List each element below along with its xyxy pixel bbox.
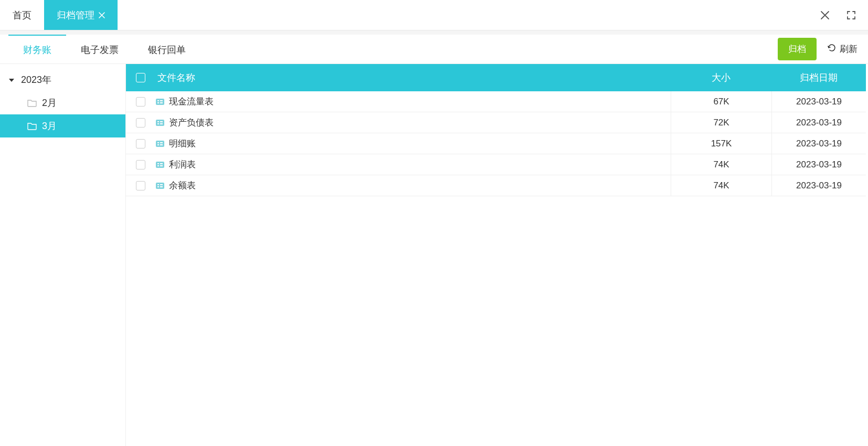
archive-button[interactable]: 归档 [778,38,817,60]
file-date: 2023-03-19 [771,112,866,133]
svg-rect-9 [160,123,163,124]
sub-tab-2[interactable]: 银行回单 [133,35,200,63]
table-row[interactable]: 现金流量表67K2023-03-19 [126,91,866,112]
close-window-icon[interactable] [817,7,833,24]
col-header-name: 文件名称 [155,71,671,84]
file-date: 2023-03-19 [771,133,866,154]
select-all-checkbox[interactable] [136,73,145,82]
svg-rect-0 [156,99,164,105]
row-checkbox[interactable] [136,181,145,190]
folder-icon [27,99,37,107]
svg-rect-23 [160,184,163,185]
file-icon [155,140,165,148]
tree-month-label: 2月 [42,97,57,109]
close-icon[interactable] [99,12,105,18]
tab-archive-management[interactable]: 归档管理 [44,0,118,30]
tree-year-label: 2023年 [21,73,51,86]
svg-rect-14 [160,144,163,145]
sub-header: 财务账电子发票银行回单 归档 刷新 [0,35,868,64]
file-size: 74K [671,154,771,175]
col-header-date: 归档日期 [771,71,866,84]
caret-down-icon [8,75,16,86]
fullscreen-icon[interactable] [843,7,860,24]
svg-rect-13 [160,142,163,143]
svg-rect-4 [160,102,163,103]
file-date: 2023-03-19 [771,91,866,112]
svg-rect-16 [157,163,159,164]
refresh-button[interactable]: 刷新 [827,43,858,55]
svg-rect-5 [156,120,164,126]
svg-rect-12 [157,144,159,145]
tab-archive-label: 归档管理 [57,9,94,22]
svg-rect-10 [156,141,164,147]
top-tab-bar: 首页 归档管理 [0,0,868,30]
tree-month-label: 3月 [42,120,57,132]
svg-rect-8 [160,121,163,122]
row-checkbox[interactable] [136,160,145,169]
file-icon [155,161,165,169]
row-checkbox[interactable] [136,118,145,128]
table-header: 文件名称 大小 归档日期 [126,64,866,91]
tree-year-node[interactable]: 2023年 [0,68,125,91]
file-name: 利润表 [169,158,196,171]
file-size: 74K [671,175,771,196]
sub-tabs: 财务账电子发票银行回单 [8,35,200,63]
svg-rect-24 [160,186,163,187]
file-date: 2023-03-19 [771,175,866,196]
file-name: 资产负债表 [169,116,214,129]
svg-rect-3 [160,100,163,101]
col-header-size: 大小 [671,71,771,84]
file-size: 72K [671,112,771,133]
svg-rect-22 [157,186,159,187]
tree-month-1[interactable]: 3月 [0,114,125,137]
file-name: 余额表 [169,179,196,192]
svg-rect-17 [157,165,159,166]
folder-icon [27,122,37,130]
table-row[interactable]: 资产负债表72K2023-03-19 [126,112,866,133]
file-size: 157K [671,133,771,154]
tab-home-label: 首页 [13,9,31,22]
file-name: 明细账 [169,137,196,150]
file-icon [155,98,165,106]
tree-month-0[interactable]: 2月 [0,91,125,114]
tab-home[interactable]: 首页 [0,0,44,30]
svg-rect-7 [157,123,159,124]
file-name: 现金流量表 [169,95,214,108]
svg-rect-21 [157,184,159,185]
svg-rect-15 [156,162,164,168]
svg-rect-20 [156,183,164,189]
sub-tab-1[interactable]: 电子发票 [66,35,133,63]
svg-rect-6 [157,121,159,122]
svg-rect-2 [157,102,159,103]
table-row[interactable]: 利润表74K2023-03-19 [126,154,866,175]
file-date: 2023-03-19 [771,154,866,175]
table-row[interactable]: 明细账157K2023-03-19 [126,133,866,154]
svg-rect-11 [157,142,159,143]
svg-rect-19 [160,165,163,166]
row-checkbox[interactable] [136,139,145,148]
file-size: 67K [671,91,771,112]
sub-tab-0[interactable]: 财务账 [8,35,66,63]
row-checkbox[interactable] [136,97,145,107]
file-icon [155,119,165,127]
table-row[interactable]: 余额表74K2023-03-19 [126,175,866,196]
file-icon [155,182,165,190]
svg-rect-18 [160,163,163,164]
refresh-icon [827,43,837,55]
refresh-label: 刷新 [840,43,858,55]
file-table: 文件名称 大小 归档日期 现金流量表67K2023-03-19资产负债表72K2… [126,64,868,446]
svg-rect-1 [157,100,159,101]
folder-tree: 2023年 2月3月 [0,64,126,446]
